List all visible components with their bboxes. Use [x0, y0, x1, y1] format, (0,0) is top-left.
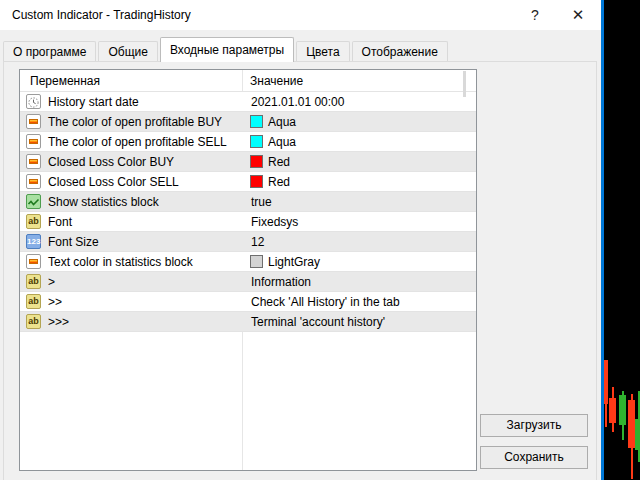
color-swatch — [250, 115, 263, 128]
window-title: Custom Indicator - TradingHistory — [12, 0, 191, 30]
tab-about[interactable]: О программе — [3, 41, 96, 61]
color-gradient-bar — [29, 259, 38, 264]
background-chart-strip — [604, 0, 640, 480]
color-icon — [26, 174, 41, 189]
table-rows: History start date2021.01.01 00:00The co… — [20, 92, 476, 332]
param-row[interactable]: History start date2021.01.01 00:00 — [20, 92, 476, 112]
table-header: Переменная Значение — [20, 70, 476, 92]
candle-wick — [605, 404, 607, 427]
color-swatch — [250, 135, 263, 148]
parameters-table: Переменная Значение History start date20… — [19, 69, 477, 471]
tab-inputs[interactable]: Входные параметры — [160, 37, 294, 62]
param-value: Check 'All History' in the tab — [251, 292, 400, 312]
param-value-cell[interactable]: Aqua — [243, 112, 476, 132]
color-gradient-bar — [29, 119, 38, 124]
param-value-cell[interactable]: 12 — [243, 232, 476, 252]
color-swatch — [250, 255, 263, 268]
param-name: History start date — [48, 92, 139, 112]
text-icon: ab — [26, 274, 41, 289]
param-value-cell[interactable]: Terminal 'account history' — [243, 312, 476, 332]
candle-body — [604, 360, 608, 404]
param-value: Terminal 'account history' — [251, 312, 385, 332]
help-button[interactable]: ? — [518, 0, 552, 30]
param-row[interactable]: ab>>>Terminal 'account history' — [20, 312, 476, 332]
param-value-cell[interactable]: Red — [243, 152, 476, 172]
close-button[interactable]: ✕ — [561, 0, 595, 30]
param-value: Aqua — [268, 112, 296, 132]
param-value: true — [251, 192, 272, 212]
param-value-cell[interactable]: Fixedsys — [243, 212, 476, 232]
param-name: The color of open profitable BUY — [48, 112, 222, 132]
datetime-icon — [26, 94, 41, 109]
color-swatch — [250, 175, 263, 188]
color-icon — [26, 134, 41, 149]
tab-visualization[interactable]: Отображение — [352, 41, 448, 61]
param-name: >>> — [48, 312, 69, 332]
number-icon: 123 — [26, 234, 41, 249]
candle-body — [628, 400, 635, 448]
tab-colors[interactable]: Цвета — [296, 41, 349, 61]
param-value-cell[interactable]: Information — [243, 272, 476, 292]
param-name: Closed Loss Color BUY — [48, 152, 174, 172]
param-value-cell[interactable]: Red — [243, 172, 476, 192]
save-button[interactable]: Сохранить — [480, 446, 588, 469]
load-button[interactable]: Загрузить — [480, 414, 588, 437]
text-icon: ab — [26, 314, 41, 329]
color-gradient-bar — [29, 179, 38, 184]
screenshot-root: Custom Indicator - TradingHistory ? ✕ О … — [0, 0, 640, 480]
param-name: Font Size — [48, 232, 99, 252]
color-gradient-bar — [29, 159, 38, 164]
param-row[interactable]: Closed Loss Color BUYRed — [20, 152, 476, 172]
param-row[interactable]: ab>>Check 'All History' in the tab — [20, 292, 476, 312]
param-value: LightGray — [268, 252, 320, 272]
title-bar[interactable]: Custom Indicator - TradingHistory ? ✕ — [0, 0, 601, 30]
param-row[interactable]: The color of open profitable SELLAqua — [20, 132, 476, 152]
param-name: Font — [48, 212, 72, 232]
tab-bar: О программеОбщиеВходные параметрыЦветаОт… — [3, 37, 450, 62]
param-row[interactable]: ab>Information — [20, 272, 476, 292]
param-row[interactable]: Closed Loss Color SELLRed — [20, 172, 476, 192]
scrollbar-thumb[interactable] — [463, 71, 466, 97]
param-value: Fixedsys — [251, 212, 298, 232]
param-value: 12 — [251, 232, 264, 252]
param-value: Red — [268, 172, 290, 192]
bool-icon — [26, 194, 41, 209]
color-swatch — [250, 155, 263, 168]
param-row[interactable]: abFontFixedsys — [20, 212, 476, 232]
text-icon: ab — [26, 294, 41, 309]
color-icon — [26, 114, 41, 129]
param-value: Aqua — [268, 132, 296, 152]
candle-body — [619, 395, 626, 425]
param-name: The color of open profitable SELL — [48, 132, 227, 152]
param-value-cell[interactable]: true — [243, 192, 476, 212]
param-value: Information — [251, 272, 311, 292]
param-row[interactable]: Text color in statistics blockLightGray — [20, 252, 476, 272]
param-row[interactable]: 123Font Size12 — [20, 232, 476, 252]
param-row[interactable]: Show statistics blocktrue — [20, 192, 476, 212]
color-gradient-bar — [29, 139, 38, 144]
param-value-cell[interactable]: LightGray — [243, 252, 476, 272]
param-value-cell[interactable]: 2021.01.01 00:00 — [243, 92, 476, 112]
param-name: > — [48, 272, 55, 292]
candle-body — [635, 419, 640, 450]
column-header-variable: Переменная — [30, 70, 100, 92]
param-name: >> — [48, 292, 62, 312]
indicator-dialog: Custom Indicator - TradingHistory ? ✕ О … — [0, 0, 601, 480]
param-row[interactable]: The color of open profitable BUYAqua — [20, 112, 476, 132]
param-name: Text color in statistics block — [48, 252, 193, 272]
column-header-value: Значение — [250, 70, 303, 92]
param-value-cell[interactable]: Aqua — [243, 132, 476, 152]
candle-body — [609, 398, 616, 423]
color-icon — [26, 254, 41, 269]
param-value: 2021.01.01 00:00 — [251, 92, 344, 112]
text-icon: ab — [26, 214, 41, 229]
color-icon — [26, 154, 41, 169]
param-value-cell[interactable]: Check 'All History' in the tab — [243, 292, 476, 312]
tab-common[interactable]: Общие — [98, 41, 157, 61]
param-name: Show statistics block — [48, 192, 159, 212]
param-value: Red — [268, 152, 290, 172]
param-name: Closed Loss Color SELL — [48, 172, 179, 192]
